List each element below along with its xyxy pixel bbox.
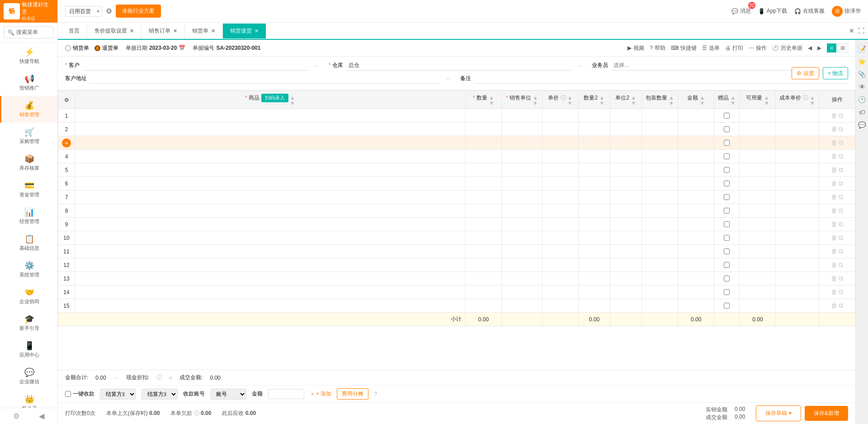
delete-row-7-button[interactable]: 🗑 xyxy=(831,193,837,200)
pack-qty-cell-8[interactable] xyxy=(642,204,678,218)
tab-close-sale-order[interactable]: ✕ xyxy=(173,28,177,34)
unit2-cell-10[interactable] xyxy=(610,231,642,245)
sale-unit-cell-14[interactable] xyxy=(501,286,542,299)
product-cell-12[interactable] xyxy=(75,258,466,272)
tab-sale-delivery[interactable]: 销货单 ✕ xyxy=(185,24,223,38)
sale-unit-cell-2[interactable] xyxy=(501,123,542,136)
quantity-cell-3[interactable] xyxy=(465,136,501,150)
cost-price-cell-8[interactable] xyxy=(776,204,819,218)
sale-unit-cell-13[interactable] xyxy=(501,272,542,286)
product-cell-7[interactable] xyxy=(75,191,466,204)
right-panel-star-button[interactable]: ⭐ xyxy=(857,56,868,67)
product-sort[interactable]: ▲▼ xyxy=(290,95,295,106)
unit-price-cell-9[interactable] xyxy=(542,218,578,231)
pack-qty-sort[interactable]: ▲▼ xyxy=(669,95,674,106)
gift-checkbox-5[interactable] xyxy=(724,167,730,173)
gift-cell-15[interactable] xyxy=(714,299,740,313)
gift-checkbox-1[interactable] xyxy=(724,113,730,119)
save-new-button[interactable]: 保存&新增 xyxy=(805,406,848,421)
tab-home[interactable]: 首页 xyxy=(61,24,87,38)
amount-cell-13[interactable] xyxy=(678,272,714,286)
product-cell-13[interactable] xyxy=(75,272,466,286)
quantity2-cell-6[interactable] xyxy=(578,177,610,191)
sale-unit-cell-11[interactable] xyxy=(501,245,542,258)
amount-sort[interactable]: ▲▼ xyxy=(699,95,705,106)
cost-price-sort[interactable]: ▲▼ xyxy=(810,95,815,106)
unit2-cell-2[interactable] xyxy=(610,123,642,136)
collapse-button[interactable]: ◀ xyxy=(39,412,44,420)
cost-price-cell-9[interactable] xyxy=(776,218,819,231)
gift-checkbox-12[interactable] xyxy=(724,262,730,268)
add-payment-button[interactable]: ＋ + 添加 xyxy=(310,390,331,398)
th-gear[interactable]: ⚙ xyxy=(58,91,75,109)
list-view-button[interactable]: ≡ xyxy=(827,43,836,52)
setting-button[interactable]: ⚙ 设置 xyxy=(792,67,819,80)
pack-qty-cell-15[interactable] xyxy=(642,299,678,313)
gift-cell-1[interactable] xyxy=(714,109,740,123)
copy-row-13-button[interactable]: ⧉ xyxy=(839,275,843,282)
delete-row-2-button[interactable]: 🗑 xyxy=(831,125,837,133)
pack-qty-cell-2[interactable] xyxy=(642,123,678,136)
pack-qty-cell-1[interactable] xyxy=(642,109,678,123)
gift-checkbox-2[interactable] xyxy=(724,126,730,132)
cost-price-cell-1[interactable] xyxy=(776,109,819,123)
quantity-cell-10[interactable] xyxy=(465,231,501,245)
cost-price-cell-2[interactable] xyxy=(776,123,819,136)
pack-qty-cell-6[interactable] xyxy=(642,177,678,191)
amount-cell-2[interactable] xyxy=(678,123,714,136)
copy-row-6-button[interactable]: ⧉ xyxy=(839,180,843,187)
quantity-sort[interactable]: ▲▼ xyxy=(489,95,494,106)
video-help-item[interactable]: ▶ 视频 xyxy=(627,44,644,52)
delete-row-5-button[interactable]: 🗑 xyxy=(831,166,837,173)
unit-price-cell-1[interactable] xyxy=(542,109,578,123)
product-cell-3[interactable] xyxy=(75,136,466,150)
copy-row-5-button[interactable]: ⧉ xyxy=(839,166,843,174)
sale-unit-cell-8[interactable] xyxy=(501,204,542,218)
unit-price-cell-6[interactable] xyxy=(542,177,578,191)
maximize-tab-button[interactable]: ⛶ xyxy=(858,27,864,34)
copy-row-2-button[interactable]: ⧉ xyxy=(839,125,843,133)
unit-price-sort[interactable]: ▲▼ xyxy=(567,95,573,106)
sale-unit-cell-9[interactable] xyxy=(501,218,542,231)
quantity-cell-13[interactable] xyxy=(465,272,501,286)
grid-view-button[interactable]: ⊞ xyxy=(837,43,848,52)
gift-checkbox-14[interactable] xyxy=(724,289,730,295)
history-item[interactable]: 🕐 历史单据 xyxy=(772,44,802,52)
product-cell-15[interactable] xyxy=(75,299,466,313)
quantity-cell-9[interactable] xyxy=(465,218,501,231)
quantity-cell-2[interactable] xyxy=(465,123,501,136)
sale-unit-cell-1[interactable] xyxy=(501,109,542,123)
one-click-pay-label[interactable]: 一键收款 xyxy=(65,390,94,398)
sidebar-item-system[interactable]: ⚙️ 系统管理 xyxy=(0,256,57,283)
quantity-cell-4[interactable] xyxy=(465,150,501,163)
quantity2-cell-12[interactable] xyxy=(578,258,610,272)
unit2-cell-4[interactable] xyxy=(610,150,642,163)
copy-row-14-button[interactable]: ⧉ xyxy=(839,288,843,296)
cost-price-cell-10[interactable] xyxy=(776,231,819,245)
sale-unit-cell-12[interactable] xyxy=(501,258,542,272)
pack-qty-cell-10[interactable] xyxy=(642,231,678,245)
doc-type-return[interactable]: 退货单 xyxy=(94,44,118,52)
calc-method-select[interactable]: 结算方式 xyxy=(142,389,178,400)
delete-row-13-button[interactable]: 🗑 xyxy=(831,275,837,282)
product-cell-8[interactable] xyxy=(75,204,466,218)
unit2-cell-6[interactable] xyxy=(610,177,642,191)
unit-price-cell-8[interactable] xyxy=(542,204,578,218)
cost-price-cell-15[interactable] xyxy=(776,299,819,313)
quantity-cell-1[interactable] xyxy=(465,109,501,123)
amount-input[interactable] xyxy=(268,389,304,399)
save-draft-button[interactable]: 保存草稿 ▾ xyxy=(756,405,801,421)
available-sort[interactable]: ▲▼ xyxy=(764,95,769,106)
tab-close-sale-delivery[interactable]: ✕ xyxy=(211,28,215,34)
amount-cell-12[interactable] xyxy=(678,258,714,272)
settle-method-select[interactable]: 结算方式 xyxy=(100,389,136,400)
quantity2-cell-13[interactable] xyxy=(578,272,610,286)
quantity2-sort[interactable]: ▲▼ xyxy=(599,95,605,106)
unit2-cell-5[interactable] xyxy=(610,163,642,177)
sidebar-item-sales[interactable]: 💰 销售管理 xyxy=(0,96,57,123)
warehouse-dots[interactable]: ··· xyxy=(575,62,585,69)
delete-row-1-button[interactable]: 🗑 xyxy=(831,112,837,119)
product-cell-2[interactable] xyxy=(75,123,466,136)
fee-split-button[interactable]: 费用分摊 xyxy=(337,388,368,400)
sidebar-item-marketing[interactable]: 📢 营销推广 xyxy=(0,69,57,96)
